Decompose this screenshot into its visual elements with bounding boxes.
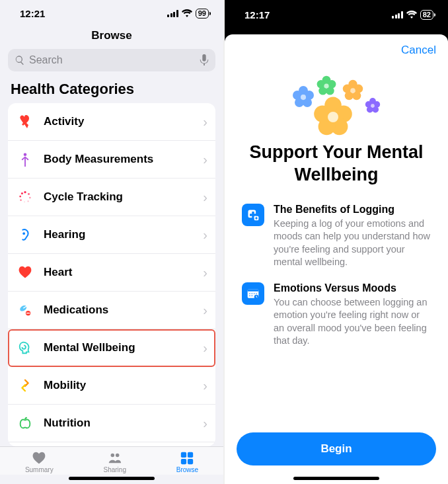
home-indicator[interactable] [69,477,155,480]
section-header: Health Categories [0,81,223,103]
category-heart[interactable]: Heart › [8,254,215,292]
status-time: 12:17 [244,9,270,20]
svg-point-23 [293,91,302,100]
svg-rect-15 [181,452,186,458]
svg-point-42 [371,104,375,108]
cancel-button[interactable]: Cancel [401,44,436,57]
mic-icon[interactable] [200,54,209,66]
svg-point-57 [249,295,250,296]
hearing-icon [16,225,34,244]
calendar-icon [242,282,264,305]
info-body: Keeping a log of your emotions and moods… [274,218,431,269]
svg-point-48 [328,112,338,122]
browse-icon [179,451,195,465]
search-field[interactable] [8,49,215,71]
chevron-right-icon: › [203,341,207,356]
svg-point-35 [343,85,352,93]
svg-point-5 [27,200,28,202]
body-icon [16,150,34,169]
category-cycle-tracking[interactable]: Cycle Tracking › [8,179,215,216]
svg-point-1 [24,153,27,157]
tab-summary[interactable]: Summary [25,451,54,473]
svg-point-30 [324,83,328,88]
mobility-icon [16,376,34,395]
status-bar: 12:17 82 [225,0,448,29]
info-title: The Benefits of Logging [274,204,431,216]
category-label: Mobility [44,379,203,392]
home-indicator[interactable] [293,477,379,480]
svg-point-58 [252,295,253,296]
tab-sharing[interactable]: Sharing [103,451,126,473]
svg-point-3 [28,193,30,195]
chevron-right-icon: › [203,227,207,243]
chevron-right-icon: › [203,416,207,431]
svg-point-2 [24,191,26,193]
begin-button[interactable]: Begin [237,432,436,465]
search-input[interactable] [29,54,196,66]
battery-indicator: 99 [196,9,209,19]
svg-rect-0 [202,54,205,61]
cellular-icon [167,10,178,17]
category-hearing[interactable]: Hearing › [8,216,215,254]
medications-icon [16,301,34,319]
category-body-measurements[interactable]: Body Measurements › [8,141,215,179]
status-time: 12:21 [20,8,45,19]
info-title: Emotions Versus Moods [274,282,431,294]
category-mental-wellbeing[interactable]: Mental Wellbeing › [8,329,215,367]
svg-point-53 [249,293,250,294]
category-label: Cycle Tracking [44,190,203,204]
health-categories-list: Activity › Body Measurements › Cycle Tra… [8,103,215,446]
category-label: Activity [44,115,203,128]
chevron-right-icon: › [203,265,207,280]
svg-rect-16 [188,452,193,458]
tab-bar: Summary Sharing Browse [0,446,223,475]
category-label: Nutrition [44,417,203,430]
svg-point-4 [29,197,31,199]
intro-sheet: Cancel Support Your Mental Wellbeing The… [225,34,448,484]
svg-point-54 [252,293,253,294]
nutrition-icon [16,414,34,432]
category-nutrition[interactable]: Nutrition › [8,405,215,442]
svg-point-55 [254,293,255,294]
svg-point-41 [365,101,372,108]
svg-rect-17 [181,459,186,464]
status-indicators: 82 [392,10,433,20]
svg-point-13 [110,454,114,458]
cellular-icon [392,11,403,19]
category-activity[interactable]: Activity › [8,103,215,141]
svg-point-10 [22,232,25,235]
health-browse-screen: 12:21 99 Browse Health Categories Activi… [0,0,225,484]
plus-app-icon [242,204,264,226]
summary-icon [31,451,47,465]
category-label: Medications [44,303,203,317]
heart-icon [16,263,34,282]
chevron-right-icon: › [203,303,207,318]
category-label: Body Measurements [44,153,203,166]
category-label: Heart [44,266,203,279]
svg-point-47 [314,105,331,122]
mental-wellbeing-intro-screen: 12:17 82 Cancel Support Your Mental Well… [225,0,448,484]
category-mobility[interactable]: Mobility › [8,367,215,405]
svg-point-7 [20,200,21,201]
info-body: You can choose between logging an emotio… [274,296,431,348]
category-label: Hearing [44,228,203,241]
info-emotions-moods: Emotions Versus Moods You can choose bet… [225,282,448,361]
category-medications[interactable]: Medications › [8,292,215,329]
category-respiratory[interactable]: Respiratory › [8,442,215,446]
status-indicators: 99 [167,9,209,19]
wifi-icon [406,11,417,19]
chevron-right-icon: › [203,114,207,130]
svg-rect-18 [188,459,193,464]
svg-rect-52 [248,289,259,291]
tab-label: Sharing [103,466,126,473]
tab-browse[interactable]: Browse [176,451,198,473]
svg-point-29 [317,80,326,89]
activity-icon [16,112,34,131]
status-bar: 12:21 99 [0,0,223,26]
tab-label: Browse [176,466,198,473]
chevron-right-icon: › [203,378,207,393]
svg-point-9 [21,192,23,194]
wifi-icon [182,9,192,17]
category-label: Mental Wellbeing [44,341,203,354]
svg-point-6 [24,202,25,203]
